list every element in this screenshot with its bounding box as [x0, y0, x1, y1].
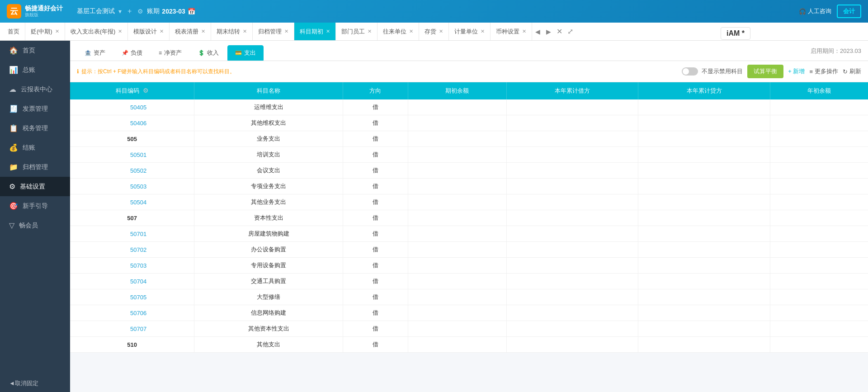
table-row[interactable]: 50502会议支出借	[70, 163, 868, 179]
subtab-net-assets[interactable]: ≡ 净资产	[151, 45, 189, 61]
cell-ytd-debit[interactable]	[506, 258, 638, 274]
cell-opening-balance[interactable]	[408, 194, 507, 210]
col-settings-icon[interactable]: ⚙	[143, 87, 149, 94]
cell-ytd-credit[interactable]	[638, 194, 770, 210]
sidebar-item-vip[interactable]: ▽ 畅会员	[0, 216, 70, 235]
tab-close-contacts[interactable]: ✕	[409, 28, 413, 34]
tab-archive[interactable]: 归档管理 ✕	[253, 23, 294, 41]
cell-ytd-credit[interactable]	[638, 163, 770, 179]
add-button[interactable]: + 新增	[788, 67, 805, 76]
table-row[interactable]: 507资本性支出借	[70, 210, 868, 226]
table-row[interactable]: 50501培训支出借	[70, 147, 868, 163]
tab-homepage[interactable]: 首页	[2, 23, 25, 41]
table-row[interactable]: 50703专用设备购置借	[70, 258, 868, 274]
cell-year-start-balance[interactable]	[770, 115, 868, 131]
tab-period-end[interactable]: 期末结转 ✕	[211, 23, 253, 41]
cell-year-start-balance[interactable]	[770, 179, 868, 194]
cell-opening-balance[interactable]	[408, 226, 507, 242]
cell-year-start-balance[interactable]	[770, 258, 868, 274]
add-company-icon[interactable]: +	[127, 7, 132, 15]
cell-ytd-debit[interactable]	[506, 226, 638, 242]
sidebar-item-home[interactable]: 🏠 首页	[0, 41, 70, 60]
tab-currency[interactable]: 币种设置 ✕	[491, 23, 532, 41]
tab-tax-table[interactable]: 税表清册 ✕	[170, 23, 211, 41]
cell-year-start-balance[interactable]	[770, 99, 868, 115]
cell-ytd-credit[interactable]	[638, 258, 770, 274]
cell-ytd-debit[interactable]	[506, 242, 638, 258]
table-row[interactable]: 50504其他业务支出借	[70, 194, 868, 210]
tab-subject-init[interactable]: 科目期初 ✕	[294, 23, 336, 41]
cell-ytd-credit[interactable]	[638, 99, 770, 115]
table-row[interactable]: 50405运维维支出借	[70, 99, 868, 115]
tab-contacts[interactable]: 往来单位 ✕	[377, 23, 419, 41]
calculate-balance-button[interactable]: 试算平衡	[747, 65, 783, 78]
cell-opening-balance[interactable]	[408, 163, 507, 179]
cell-opening-balance[interactable]	[408, 115, 507, 131]
cell-year-start-balance[interactable]	[770, 210, 868, 226]
cell-year-start-balance[interactable]	[770, 131, 868, 147]
tab-close-income[interactable]: ✕	[118, 28, 122, 34]
cell-ytd-debit[interactable]	[506, 163, 638, 179]
table-row[interactable]: 50706信息网络购建借	[70, 305, 868, 321]
cell-ytd-debit[interactable]	[506, 99, 638, 115]
sidebar-item-report-center[interactable]: ☁ 云报表中心	[0, 80, 70, 99]
tab-close-dept[interactable]: ✕	[368, 28, 372, 34]
cell-ytd-credit[interactable]	[638, 179, 770, 194]
subtab-liabilities[interactable]: 📌 负债	[114, 45, 150, 61]
cell-ytd-debit[interactable]	[506, 115, 638, 131]
sidebar-item-archive[interactable]: 📁 归档管理	[0, 157, 70, 177]
tab-template[interactable]: 模版设计 ✕	[128, 23, 170, 41]
sidebar-item-tax[interactable]: 📋 税务管理	[0, 118, 70, 138]
cell-opening-balance[interactable]	[408, 337, 507, 353]
cell-opening-balance[interactable]	[408, 179, 507, 194]
cell-ytd-debit[interactable]	[506, 131, 638, 147]
service-button[interactable]: 🎧 人工咨询	[799, 7, 831, 15]
cell-opening-balance[interactable]	[408, 210, 507, 226]
tab-expand-btn[interactable]: ⤢	[565, 23, 576, 41]
account-button[interactable]: 会计	[837, 5, 861, 18]
sidebar-item-basic-settings[interactable]: ⚙ 基础设置	[0, 177, 70, 196]
cell-year-start-balance[interactable]	[770, 274, 868, 289]
cell-opening-balance[interactable]	[408, 274, 507, 289]
cell-year-start-balance[interactable]	[770, 194, 868, 210]
cell-ytd-credit[interactable]	[638, 289, 770, 305]
cell-year-start-balance[interactable]	[770, 242, 868, 258]
table-row[interactable]: 50503专项业务支出借	[70, 179, 868, 194]
subtab-income[interactable]: 💲 收入	[190, 45, 226, 61]
cell-ytd-debit[interactable]	[506, 210, 638, 226]
tab-dept-staff[interactable]: 部门员工 ✕	[336, 23, 377, 41]
cell-year-start-balance[interactable]	[770, 305, 868, 321]
cell-opening-balance[interactable]	[408, 242, 507, 258]
tab-close-inventory[interactable]: ✕	[439, 28, 443, 34]
cell-opening-balance[interactable]	[408, 258, 507, 274]
company-dropdown-icon[interactable]: ▾	[118, 8, 122, 15]
cell-year-start-balance[interactable]	[770, 226, 868, 242]
table-row[interactable]: 50705大型修缮借	[70, 289, 868, 305]
tab-close-tax[interactable]: ✕	[201, 28, 205, 34]
tab-next-btn[interactable]: ▶	[543, 23, 554, 41]
settings-icon[interactable]: ⚙	[137, 8, 143, 15]
tab-mid-period[interactable]: 贬(中期) ✕	[25, 23, 65, 41]
cell-year-start-balance[interactable]	[770, 337, 868, 353]
cell-ytd-credit[interactable]	[638, 210, 770, 226]
tab-close-period[interactable]: ✕	[243, 28, 247, 34]
cell-ytd-credit[interactable]	[638, 242, 770, 258]
subtab-assets[interactable]: 🏦 资产	[77, 45, 113, 61]
cell-ytd-debit[interactable]	[506, 305, 638, 321]
tab-close-template[interactable]: ✕	[160, 28, 164, 34]
tab-close-mid[interactable]: ✕	[55, 28, 59, 34]
cell-ytd-debit[interactable]	[506, 194, 638, 210]
cell-opening-balance[interactable]	[408, 321, 507, 337]
sidebar-item-guide[interactable]: 🎯 新手引导	[0, 196, 70, 216]
cell-year-start-balance[interactable]	[770, 321, 868, 337]
sidebar-item-invoice[interactable]: 🧾 发票管理	[0, 99, 70, 118]
cell-ytd-credit[interactable]	[638, 305, 770, 321]
tab-income-report[interactable]: 收入支出表(年报) ✕	[65, 23, 128, 41]
cell-ytd-credit[interactable]	[638, 147, 770, 163]
cell-ytd-credit[interactable]	[638, 226, 770, 242]
table-row[interactable]: 50406其他维权支出借	[70, 115, 868, 131]
tab-inventory[interactable]: 存货 ✕	[419, 23, 449, 41]
tab-units[interactable]: 计量单位 ✕	[449, 23, 491, 41]
cell-opening-balance[interactable]	[408, 131, 507, 147]
sidebar-item-close-account[interactable]: 💰 结账	[0, 138, 70, 157]
